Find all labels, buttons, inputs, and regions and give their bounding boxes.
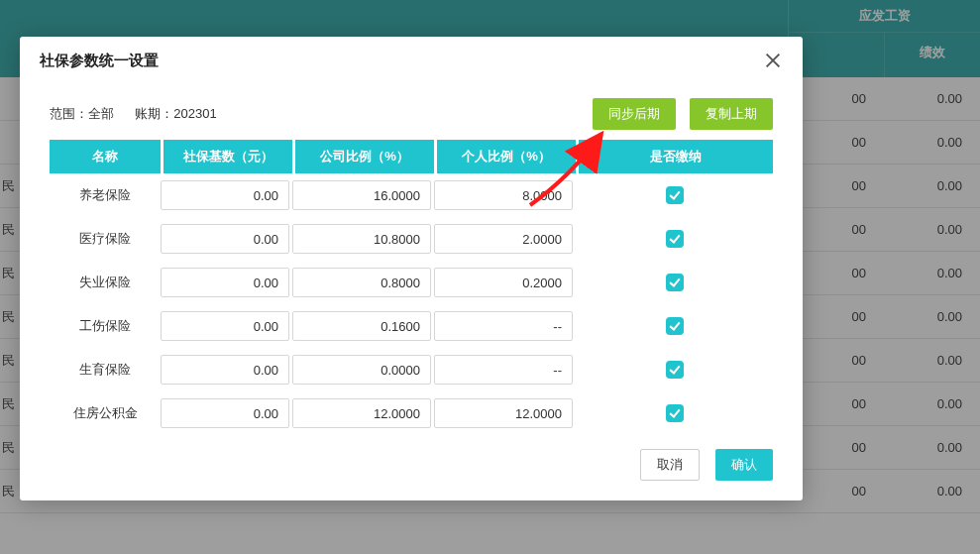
table-header: 名称 社保基数（元） 公司比例（%） 个人比例（%） 是否缴纳 — [50, 140, 773, 173]
personal-rate-input[interactable] — [434, 355, 573, 385]
table-row: 工伤保险 — [50, 304, 773, 348]
col-company: 公司比例（%） — [295, 140, 434, 173]
table-row: 医疗保险 — [50, 217, 773, 261]
company-rate-input[interactable] — [292, 224, 431, 254]
modal-info: 范围：全部 账期：202301 — [50, 105, 217, 123]
pay-checkbox[interactable] — [666, 404, 684, 422]
pay-checkbox[interactable] — [666, 186, 684, 204]
row-name: 养老保险 — [50, 186, 161, 204]
base-input[interactable] — [161, 268, 289, 297]
pay-checkbox[interactable] — [666, 317, 684, 335]
company-rate-input[interactable] — [292, 311, 431, 341]
col-name: 名称 — [50, 140, 161, 173]
scope-value: 全部 — [88, 106, 114, 121]
company-rate-input[interactable] — [292, 268, 431, 297]
table-row: 住房公积金 — [50, 391, 773, 435]
table-row: 养老保险 — [50, 173, 773, 217]
personal-rate-input[interactable] — [434, 311, 573, 341]
base-input[interactable] — [161, 355, 289, 385]
company-rate-input[interactable] — [292, 355, 431, 385]
period-label: 账期： — [135, 106, 173, 121]
modal-title: 社保参数统一设置 — [40, 52, 159, 70]
col-flag: 是否缴纳 — [579, 140, 773, 173]
row-name: 住房公积金 — [50, 404, 161, 422]
cancel-button[interactable]: 取消 — [640, 449, 700, 481]
table-body: 养老保险医疗保险失业保险工伤保险生育保险住房公积金 — [50, 173, 773, 435]
row-name: 失业保险 — [50, 274, 161, 291]
row-name: 医疗保险 — [50, 230, 161, 248]
copy-previous-button[interactable]: 复制上期 — [690, 98, 773, 130]
base-input[interactable] — [161, 180, 289, 210]
row-name: 生育保险 — [50, 361, 161, 379]
settings-table: 名称 社保基数（元） 公司比例（%） 个人比例（%） 是否缴纳 养老保险医疗保险… — [50, 140, 773, 435]
table-row: 生育保险 — [50, 348, 773, 391]
base-input[interactable] — [161, 224, 289, 254]
personal-rate-input[interactable] — [434, 398, 573, 428]
row-name: 工伤保险 — [50, 317, 161, 335]
personal-rate-input[interactable] — [434, 180, 573, 210]
personal-rate-input[interactable] — [434, 224, 573, 254]
pay-checkbox[interactable] — [666, 274, 684, 291]
sync-later-button[interactable]: 同步后期 — [593, 98, 676, 130]
scope-label: 范围： — [50, 106, 88, 121]
col-base: 社保基数（元） — [163, 140, 292, 173]
table-row: 失业保险 — [50, 261, 773, 304]
confirm-button[interactable]: 确认 — [715, 449, 773, 481]
close-icon[interactable] — [763, 51, 783, 70]
pay-checkbox[interactable] — [666, 230, 684, 248]
base-input[interactable] — [161, 398, 289, 428]
personal-rate-input[interactable] — [434, 268, 573, 297]
company-rate-input[interactable] — [292, 180, 431, 210]
pay-checkbox[interactable] — [666, 361, 684, 379]
company-rate-input[interactable] — [292, 398, 431, 428]
period-value: 202301 — [173, 106, 216, 121]
base-input[interactable] — [161, 311, 289, 341]
social-insurance-settings-modal: 社保参数统一设置 范围：全部 账期：202301 同步后期 复制上期 名称 社保… — [20, 37, 803, 500]
col-personal: 个人比例（%） — [437, 140, 576, 173]
